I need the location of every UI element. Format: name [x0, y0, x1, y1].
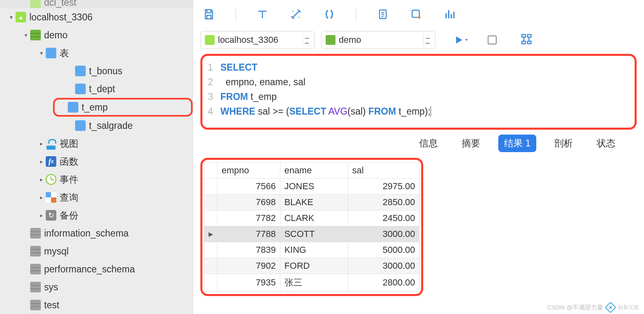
- result-tab-2[interactable]: 结果 1: [498, 135, 536, 152]
- export-icon[interactable]: [409, 7, 423, 21]
- cell-empno[interactable]: 7566: [218, 179, 280, 195]
- row-marker: [204, 195, 218, 210]
- tree-item-table-t_dept[interactable]: ▸t_dept: [0, 80, 193, 98]
- results-table[interactable]: empnoenamesal 7566JONES2975.007698BLAKE2…: [204, 162, 420, 292]
- column-header-empno[interactable]: empno: [218, 163, 280, 179]
- cell-sal[interactable]: 2800.00: [348, 274, 419, 292]
- connection-selector-label: localhost_3306: [218, 35, 278, 45]
- chevron-right-icon[interactable]: ▸: [37, 140, 46, 147]
- paren-icon[interactable]: [322, 7, 336, 21]
- format-icon[interactable]: [255, 7, 269, 21]
- cell-empno[interactable]: 7839: [218, 242, 280, 258]
- table-label: t_salgrade: [89, 120, 193, 131]
- code-line[interactable]: 1SELECT: [203, 60, 631, 75]
- tree-item-truncated[interactable]: ▸ dcl_test: [0, 0, 193, 8]
- cell-ename[interactable]: 张三: [280, 274, 348, 292]
- cell-ename[interactable]: KING: [280, 242, 348, 258]
- code-content[interactable]: FROM t_emp: [220, 89, 277, 104]
- chevron-down-icon[interactable]: ▾: [37, 50, 46, 56]
- beautify-icon[interactable]: [289, 7, 303, 21]
- tree-folder-view[interactable]: ▸视图: [0, 135, 193, 153]
- table-row[interactable]: 7782CLARK2450.00: [204, 210, 420, 226]
- tree-folder-backup[interactable]: ▸↻备份: [0, 206, 193, 224]
- tree-item-table-t_bonus[interactable]: ▸t_bonus: [0, 62, 193, 80]
- chevron-down-icon[interactable]: ▾: [7, 14, 16, 20]
- tree-item-database-test[interactable]: ▸test: [0, 296, 193, 314]
- table-row[interactable]: 7935张三2800.00: [204, 274, 420, 292]
- cell-sal[interactable]: 3000.00: [348, 258, 419, 274]
- table-icon: [75, 66, 86, 76]
- tree-folder-event[interactable]: ▸事件: [0, 170, 193, 188]
- database-navigator-sidebar[interactable]: ▸ dcl_test ▾ localhost_3306 ▾ demo ▾ 表 ▸…: [0, 0, 193, 314]
- column-header-sal[interactable]: sal: [348, 163, 419, 179]
- chevron-right-icon[interactable]: ▸: [37, 158, 46, 165]
- folder-label: 查询: [60, 191, 193, 204]
- table-row[interactable]: 7839KING5000.00: [204, 242, 420, 258]
- column-header-ename[interactable]: ename: [280, 163, 348, 179]
- code-line[interactable]: 4WHERE sal >= (SELECT AVG(sal) FROM t_em…: [203, 104, 631, 119]
- code-line[interactable]: 2 empno, ename, sal: [203, 75, 631, 89]
- database-icon: [30, 246, 41, 257]
- result-tab-1[interactable]: 摘要: [456, 135, 486, 152]
- cell-sal[interactable]: 3000.00: [348, 226, 419, 242]
- tree-item-table-t_salgrade[interactable]: ▸t_salgrade: [0, 117, 193, 135]
- connection-selector[interactable]: localhost_3306: [200, 31, 315, 49]
- database-label: demo: [44, 30, 193, 41]
- cell-empno[interactable]: 7935: [218, 274, 280, 292]
- code-content[interactable]: SELECT: [220, 60, 258, 75]
- cell-ename[interactable]: BLAKE: [280, 195, 348, 210]
- sql-editor[interactable]: 1SELECT2 empno, ename, sal3FROM t_emp4WH…: [203, 60, 631, 119]
- tree-item-database[interactable]: ▾ demo: [0, 26, 193, 44]
- tree-folder-query[interactable]: ▸查询: [0, 188, 193, 206]
- chevron-right-icon[interactable]: ▸: [37, 176, 46, 183]
- code-content[interactable]: WHERE sal >= (SELECT AVG(sal) FROM t_emp…: [220, 104, 431, 119]
- cell-ename[interactable]: FORD: [280, 258, 348, 274]
- database-selector[interactable]: demo: [321, 31, 435, 49]
- tree-item-database-performance_schema[interactable]: ▸performance_schema: [0, 260, 193, 278]
- tree-item-table-t_emp[interactable]: ▸t_emp: [53, 98, 193, 117]
- chevron-right-icon[interactable]: ▸: [37, 194, 46, 201]
- database-selector-label: demo: [339, 35, 361, 45]
- svg-point-0: [292, 11, 293, 12]
- tree-folder-function[interactable]: ▸fx函数: [0, 153, 193, 170]
- result-tab-4[interactable]: 状态: [591, 135, 621, 152]
- tree-folder-tables[interactable]: ▾ 表: [0, 44, 193, 62]
- result-tab-0[interactable]: 信息: [413, 135, 444, 152]
- chevron-down-icon[interactable]: ▾: [21, 32, 30, 38]
- cell-empno[interactable]: 7788: [218, 226, 280, 242]
- cell-sal[interactable]: 2450.00: [348, 210, 419, 226]
- table-row[interactable]: 7566JONES2975.00: [204, 179, 420, 195]
- query-icon: [46, 192, 56, 203]
- explain-button[interactable]: [520, 33, 533, 47]
- tree-item-database-information_schema[interactable]: ▸information_schema: [0, 224, 193, 242]
- result-tab-3[interactable]: 剖析: [549, 135, 579, 152]
- cell-ename[interactable]: SCOTT: [280, 226, 348, 242]
- table-row[interactable]: ▸7788SCOTT3000.00: [204, 226, 420, 242]
- chevron-right-icon[interactable]: ▸: [37, 212, 46, 219]
- table-label: t_dept: [89, 84, 193, 95]
- cell-empno[interactable]: 7698: [218, 195, 280, 210]
- table-row[interactable]: 7902FORD3000.00: [204, 258, 420, 274]
- svg-rect-4: [522, 35, 526, 37]
- tree-item-database-sys[interactable]: ▸sys: [0, 278, 193, 296]
- tree-item-connection[interactable]: ▾ localhost_3306: [0, 8, 193, 26]
- cell-sal[interactable]: 2850.00: [348, 195, 419, 210]
- stop-checkbox[interactable]: [488, 35, 497, 44]
- cell-sal[interactable]: 5000.00: [348, 242, 419, 258]
- save-icon[interactable]: [202, 7, 216, 21]
- table-row[interactable]: 7698BLAKE2850.00: [204, 195, 420, 210]
- cell-ename[interactable]: CLARK: [280, 210, 348, 226]
- cell-ename[interactable]: JONES: [280, 179, 348, 195]
- row-marker-header: [204, 163, 218, 179]
- row-marker: [204, 242, 218, 258]
- chart-icon[interactable]: [443, 7, 457, 21]
- cell-sal[interactable]: 2975.00: [348, 179, 419, 195]
- code-content[interactable]: empno, ename, sal: [220, 75, 305, 89]
- row-marker: [204, 179, 218, 195]
- cell-empno[interactable]: 7902: [218, 258, 280, 274]
- cell-empno[interactable]: 7782: [218, 210, 280, 226]
- tree-item-database-mysql[interactable]: ▸mysql: [0, 242, 193, 260]
- code-snippet-icon[interactable]: [376, 7, 390, 21]
- code-line[interactable]: 3FROM t_emp: [203, 89, 631, 104]
- run-button[interactable]: [453, 33, 470, 46]
